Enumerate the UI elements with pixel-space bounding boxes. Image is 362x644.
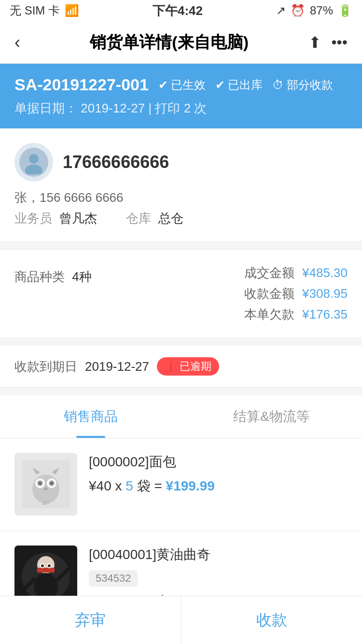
status-right: ↗ ⏰ 87% 🔋	[276, 4, 352, 17]
status-bar: 无 SIM 卡 📶 下午4:42 ↗ ⏰ 87% 🔋	[0, 0, 362, 21]
collect-payment-button[interactable]: 收款	[181, 596, 362, 644]
wifi-icon: 📶	[65, 4, 79, 17]
location-icon: ↗	[276, 4, 286, 17]
sim-label: 无 SIM 卡	[10, 3, 60, 18]
salesperson-info: 业务员 曾凡杰	[14, 210, 97, 227]
svg-point-9	[50, 482, 53, 485]
svg-point-20	[41, 564, 44, 567]
status-badge-active: ✔ 已生效	[158, 77, 206, 93]
battery-label: 87%	[310, 4, 333, 17]
svg-point-1	[25, 165, 42, 174]
summary-left: 商品种类 4种	[14, 265, 92, 285]
summary-right: 成交金额 ¥485.30 收款金额 ¥308.95 本单欠款 ¥176.35	[244, 265, 348, 323]
debt-row: 本单欠款 ¥176.35	[244, 306, 348, 323]
order-id-row: SA-20191227-001 ✔ 已生效 ✔ 已出库 ⏱ 部分收款	[14, 75, 348, 94]
product-price-row-1: ¥40 x 5 袋 = ¥199.99	[89, 477, 348, 495]
customer-name-phone: 张，156 6666 6666	[14, 189, 348, 206]
table-row: 品+ [0000002]面包 ¥40 x 5 袋 = ¥199.99	[0, 438, 362, 530]
status-left: 无 SIM 卡 📶	[10, 3, 79, 18]
warehouse-info: 仓库 总仓	[126, 210, 183, 227]
back-button[interactable]: ‹	[14, 32, 20, 53]
overdue-icon: ❗	[165, 361, 177, 372]
product-name-2: [00040001]黄油曲奇	[89, 546, 348, 564]
tab-sales-products[interactable]: 销售商品	[0, 395, 181, 438]
check-icon-2: ✔	[215, 78, 225, 92]
customer-meta: 业务员 曾凡杰 仓库 总仓	[14, 210, 348, 227]
avatar	[14, 143, 53, 182]
svg-point-21	[48, 564, 51, 567]
deal-amount-row: 成交金额 ¥485.30	[244, 265, 348, 281]
tabs-row: 销售商品 结算&物流等	[0, 395, 362, 438]
check-icon-1: ✔	[158, 78, 168, 92]
tab-settlement-logistics[interactable]: 结算&物流等	[181, 395, 362, 438]
alarm-icon: ⏰	[291, 4, 305, 17]
avatar-icon	[19, 148, 48, 177]
abandon-review-button[interactable]: 弃审	[0, 596, 181, 644]
more-icon[interactable]: •••	[331, 33, 348, 51]
received-row: 收款金额 ¥308.95	[244, 285, 348, 302]
order-date-row: 单据日期： 2019-12-27 | 打印 2 次	[14, 100, 348, 117]
share-icon[interactable]: ⬆	[308, 33, 321, 52]
customer-id: 17666666666	[63, 152, 169, 172]
tabs-section: 销售商品 结算&物流等	[0, 395, 362, 438]
battery-icon: 🔋	[338, 4, 352, 17]
due-section: 收款到期日 2019-12-27 ❗ 已逾期	[0, 346, 362, 388]
nav-bar: ‹ 销货单详情(来自电脑) ⬆ •••	[0, 21, 362, 64]
status-badge-partial: ⏱ 部分收款	[272, 77, 333, 93]
tab-underline	[76, 436, 105, 438]
customer-row: 17666666666	[14, 143, 348, 182]
page-title: 销货单详情(来自电脑)	[30, 31, 308, 54]
product-name-1: [0000002]面包	[89, 453, 348, 471]
customer-section: 17666666666 张，156 6666 6666 业务员 曾凡杰 仓库 总…	[0, 128, 362, 242]
product-info-1: [0000002]面包 ¥40 x 5 袋 = ¥199.99	[89, 453, 348, 495]
svg-point-0	[29, 154, 39, 164]
status-time: 下午4:42	[153, 2, 203, 19]
product-sku-badge: 534532	[89, 570, 138, 587]
status-badge-shipped: ✔ 已出库	[215, 77, 263, 93]
summary-section: 商品种类 4种 成交金额 ¥485.30 收款金额 ¥308.95 本单欠款 ¥…	[0, 250, 362, 338]
nav-actions: ⬆ •••	[308, 33, 348, 52]
clock-icon: ⏱	[272, 78, 284, 92]
svg-rect-17	[37, 568, 55, 573]
svg-text:品+: 品+	[42, 501, 49, 505]
bottom-bar: 弃审 收款	[0, 596, 362, 644]
order-id: SA-20191227-001	[14, 75, 149, 94]
order-header: SA-20191227-001 ✔ 已生效 ✔ 已出库 ⏱ 部分收款 单据日期：…	[0, 64, 362, 128]
svg-point-8	[39, 482, 42, 485]
summary-outer: 商品种类 4种 成交金额 ¥485.30 收款金额 ¥308.95 本单欠款 ¥…	[14, 265, 348, 323]
product-types: 商品种类 4种	[14, 268, 92, 285]
product-image-1: 品+	[14, 453, 77, 516]
overdue-badge: ❗ 已逾期	[157, 357, 219, 376]
